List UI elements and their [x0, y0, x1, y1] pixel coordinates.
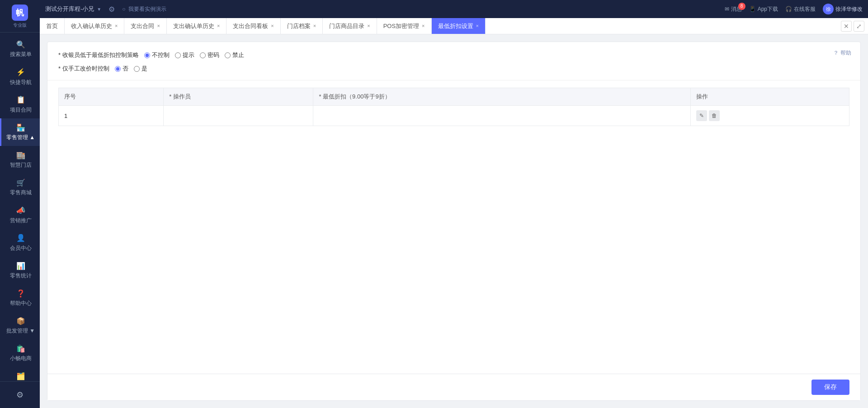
sidebar-logo-icon: 帆 [12, 5, 28, 21]
col-header-seq: 序号 [59, 88, 164, 106]
sidebar-icon-ecommerce: 🛍️ [16, 344, 25, 354]
radio-input-cashier-remind[interactable] [175, 52, 181, 58]
topbar-project[interactable]: 测试分开库程-小兄 ▼ [45, 5, 101, 13]
topbar-username: 徐泽华修改 [835, 5, 863, 13]
manual-price-radio-group: 否是 [115, 65, 147, 73]
sidebar-settings-button[interactable]: ⚙ [13, 386, 27, 403]
radio-input-cashier-password[interactable] [200, 52, 206, 58]
tab-close-pos-security[interactable]: × [422, 23, 425, 28]
topbar-message-button[interactable]: ✉ 消息 8 [725, 5, 742, 13]
manual-price-row: * 仅手工改价时控制 否是 [58, 65, 849, 73]
cashier-policy-row: * 收银员低于最低折扣控制策略 不控制提示密码禁止 [58, 51, 849, 59]
tab-payment-confirm[interactable]: 支出确认单历史× [167, 18, 226, 34]
topbar-demo-text: 我要看实例演示 [128, 5, 166, 13]
topbar-app-download-button[interactable]: 📱 App下载 [749, 5, 778, 13]
sidebar-label-marketing: 营销推广 [10, 217, 32, 225]
radio-manual-yes[interactable]: 是 [134, 65, 147, 73]
tab-income-confirm[interactable]: 收入确认单历史× [65, 18, 124, 34]
tab-label-pos-security: POS加密管理 [383, 22, 419, 30]
sidebar-item-search[interactable]: 🔍 搜索菜单 [0, 35, 40, 63]
tab-label-payment-confirm: 支出确认单历史 [173, 22, 214, 30]
sidebar-item-project-contract[interactable]: 📋 项目合同 [0, 90, 40, 118]
tab-home[interactable]: 首页 [40, 18, 65, 34]
sidebar-label-project-contract: 项目合同 [10, 106, 32, 114]
cashier-policy-label: * 收银员低于最低折扣控制策略 [58, 51, 139, 59]
topbar-support-button[interactable]: 🎧 在线客服 [785, 5, 816, 13]
topbar-demo-circle-icon: ○ [122, 6, 125, 12]
tab-close-income-confirm[interactable]: × [115, 23, 118, 28]
tab-label-store-products: 门店商品目录 [329, 22, 364, 30]
sidebar-icon-marketing: 📣 [16, 206, 25, 216]
tab-payment-contract[interactable]: 支出合同× [124, 18, 166, 34]
sidebar-icon-smart-store: 🏬 [16, 150, 25, 160]
help-label: 帮助 [840, 49, 851, 57]
sidebar-item-marketing[interactable]: 📣 营销推广 [0, 201, 40, 229]
sidebar-icon-retail-stats: 📊 [16, 261, 25, 271]
topbar-demo[interactable]: ○ 我要看实例演示 [122, 5, 166, 13]
sidebar-label-ecommerce: 小畅电商 [10, 355, 32, 362]
radio-input-manual-yes[interactable] [134, 66, 140, 72]
radio-input-cashier-no-control[interactable] [144, 52, 150, 58]
tab-close-all-button[interactable]: ✕ [841, 21, 852, 32]
tab-close-min-discount[interactable]: × [476, 23, 479, 28]
topbar-user[interactable]: 徐 徐泽华修改 [823, 4, 863, 14]
tab-close-store-file[interactable]: × [313, 23, 316, 28]
tabbar: 首页收入确认单历史×支出合同×支出确认单历史×支出合同看板×门店档案×门店商品目… [40, 18, 868, 34]
sidebar-item-help-center[interactable]: ❓ 帮助中心 [0, 284, 40, 312]
radio-cashier-forbid[interactable]: 禁止 [225, 51, 244, 59]
table-row: 1 ✎ 🗑 [59, 106, 849, 126]
action-buttons: ✎ 🗑 [696, 110, 844, 121]
radio-input-manual-no[interactable] [115, 66, 121, 72]
radio-cashier-no-control[interactable]: 不控制 [144, 51, 170, 59]
topbar-settings-icon[interactable]: ⚙ [108, 5, 115, 14]
sidebar-item-batch-mgmt[interactable]: 📦 批发管理 ▼ [0, 312, 40, 339]
sidebar-item-quick-nav[interactable]: ⚡ 快捷导航 [0, 63, 40, 90]
topbar-actions: ✉ 消息 8 📱 App下载 🎧 在线客服 徐 徐泽华修改 [725, 4, 863, 14]
tab-payment-board[interactable]: 支出合同看板× [226, 18, 280, 34]
tab-store-products[interactable]: 门店商品目录× [323, 18, 377, 34]
tab-close-payment-contract[interactable]: × [157, 23, 160, 28]
sidebar-item-member-center[interactable]: 👤 会员中心 [0, 229, 40, 256]
tab-close-payment-confirm[interactable]: × [217, 23, 220, 28]
settings-section: ？ 帮助 * 收银员低于最低折扣控制策略 不控制提示密码禁止 * 仅手工改价时控… [47, 42, 860, 80]
table-section: 序号* 操作员* 最低折扣（9.00等于9折）操作 1 ✎ 🗑 [47, 80, 860, 374]
tab-store-file[interactable]: 门店档案× [281, 18, 323, 34]
table-header-row: 序号* 操作员* 最低折扣（9.00等于9折）操作 [59, 88, 849, 106]
sidebar-item-purchase-mgmt[interactable]: 🗂️ 采购管理 [0, 367, 40, 381]
save-button[interactable]: 保存 [811, 380, 849, 395]
radio-cashier-remind[interactable]: 提示 [175, 51, 194, 59]
radio-cashier-password[interactable]: 密码 [200, 51, 219, 59]
content-area: ？ 帮助 * 收银员低于最低折扣控制策略 不控制提示密码禁止 * 仅手工改价时控… [40, 34, 868, 408]
sidebar-item-ecommerce[interactable]: 🛍️ 小畅电商 [0, 339, 40, 367]
col-header-operator: * 操作员 [164, 88, 313, 106]
radio-input-cashier-forbid[interactable] [225, 52, 231, 58]
radio-manual-no[interactable]: 否 [115, 65, 128, 73]
avatar: 徐 [823, 4, 834, 14]
tab-close-store-products[interactable]: × [367, 23, 370, 28]
delete-row-button[interactable]: 🗑 [709, 110, 720, 121]
download-icon: 📱 [749, 6, 756, 12]
tab-pos-security[interactable]: POS加密管理× [377, 18, 432, 34]
edit-row-button[interactable]: ✎ [696, 110, 707, 121]
sidebar-item-retail-stats[interactable]: 📊 零售统计 [0, 257, 40, 284]
help-link[interactable]: ？ 帮助 [833, 49, 851, 57]
table-body: 1 ✎ 🗑 [59, 106, 849, 126]
sidebar-icon-retail-mall: 🛒 [16, 178, 25, 188]
sidebar-item-retail-mall[interactable]: 🛒 零售商城 [0, 174, 40, 201]
tab-label-income-confirm: 收入确认单历史 [71, 22, 112, 30]
sidebar-item-retail-mgmt[interactable]: 🏪 零售管理 ▲ [0, 118, 40, 146]
tab-maximize-button[interactable]: ⤢ [854, 21, 864, 32]
radio-label-cashier-password: 密码 [208, 51, 219, 59]
sidebar-label-retail-stats: 零售统计 [10, 272, 32, 280]
tab-close-payment-board[interactable]: × [271, 23, 274, 28]
col-header-min_discount: * 最低折扣（9.00等于9折） [313, 88, 691, 106]
cell-operator [164, 106, 313, 126]
sidebar-icon-batch-mgmt: 📦 [16, 316, 25, 326]
sidebar-icon-search: 🔍 [16, 40, 25, 50]
sidebar-bottom: ⚙ [0, 381, 40, 408]
tab-min-discount[interactable]: 最低折扣设置× [432, 18, 486, 34]
cell-action: ✎ 🗑 [691, 106, 849, 126]
radio-label-cashier-no-control: 不控制 [152, 51, 170, 59]
cell-min-discount [313, 106, 691, 126]
sidebar-item-smart-store[interactable]: 🏬 智慧门店 [0, 146, 40, 174]
